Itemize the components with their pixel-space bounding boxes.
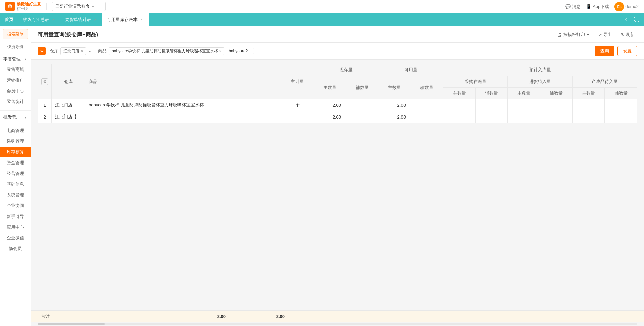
message-btn[interactable]: 💬 消息 bbox=[565, 4, 581, 10]
app-download-label: App下载 bbox=[593, 4, 609, 10]
sidebar-item-ecommerce[interactable]: 电商管理 bbox=[0, 125, 31, 136]
sidebar-section-retail: 零售管理 ▲ 零售商城 营销推广 会员中心 零售统计 bbox=[0, 52, 31, 109]
app-download-btn[interactable]: 📱 App下载 bbox=[586, 4, 609, 10]
sidebar-item-retail-stats[interactable]: 零售统计 bbox=[0, 96, 31, 107]
filter-area: » 仓库 江北门店 × ··· 商品 babycare学饮杯 儿童防摔防撞吸管杯… bbox=[31, 43, 644, 60]
cell-pt-main-1 bbox=[443, 111, 475, 123]
tab-available-stock-close[interactable]: × bbox=[140, 18, 144, 22]
th-warehouse: 仓库 bbox=[52, 64, 85, 99]
sidebar-item-inventory[interactable]: 库存核算 bbox=[0, 147, 31, 157]
sidebar-item-retail-shop[interactable]: 零售商城 bbox=[0, 64, 31, 75]
sidebar-item-purchase[interactable]: 采购管理 bbox=[0, 136, 31, 147]
content-area: 可用量查询(按仓库+商品) 🖨 按模板打印 ▼ ↗ 导出 ↻ 刷新 » bbox=[31, 26, 644, 326]
filter-expand-btn[interactable]: » bbox=[38, 47, 46, 55]
tab-receive-send-close[interactable]: × bbox=[51, 18, 55, 22]
warehouse-tag-1-text: 江北门店 bbox=[63, 48, 79, 54]
cell-avail-aux-1 bbox=[411, 111, 443, 123]
scrollbar-thumb[interactable] bbox=[38, 323, 105, 325]
tab-receive-send[interactable]: 收发存汇总表 × bbox=[18, 13, 60, 26]
refresh-label: 刷新 bbox=[626, 32, 635, 38]
th-product: 商品 bbox=[85, 64, 281, 99]
cell-pt-main-0 bbox=[443, 99, 475, 111]
cell-cur-aux-0 bbox=[346, 99, 378, 111]
sidebar-item-operations[interactable]: 经营管理 bbox=[0, 168, 31, 179]
product-tag-1-close[interactable]: × bbox=[219, 49, 221, 53]
th-avail-main: 主数量 bbox=[378, 76, 411, 99]
cell-pp-main-0 bbox=[508, 99, 540, 111]
th-current-stock: 现存量 bbox=[314, 64, 378, 76]
svg-text:好: 好 bbox=[8, 5, 12, 8]
sidebar-item-basics[interactable]: 基础信息 bbox=[0, 179, 31, 190]
avatar-initials: Ea bbox=[617, 5, 622, 9]
sidebar-retail-header[interactable]: 零售管理 ▲ bbox=[0, 54, 31, 64]
cell-unit-1 bbox=[281, 111, 314, 123]
filter-action-buttons: 查询 设置 bbox=[595, 46, 637, 56]
th-planned-inbound: 预计入库量 bbox=[443, 64, 637, 76]
cell-prod-main-1 bbox=[572, 111, 604, 123]
warehouse-tag-1-close[interactable]: × bbox=[81, 49, 83, 53]
search-menu-btn[interactable]: 搜索菜单 bbox=[3, 29, 28, 39]
query-btn[interactable]: 查询 bbox=[595, 46, 614, 56]
sidebar-wholesale-header[interactable]: 批发管理 ▼ bbox=[0, 112, 31, 122]
cell-warehouse-1: 江北门店【... bbox=[52, 111, 85, 123]
table-container: ⚙ 仓库 商品 主计量 现存量 可用量 预计入库量 主数量 辅数量 主数量 辅数… bbox=[31, 60, 644, 310]
tab-bar: 首页 收发存汇总表 × 要货单统计表 × 可用量库存账本 × × ⛶ bbox=[0, 13, 644, 26]
sidebar-item-finance[interactable]: 资金管理 bbox=[0, 157, 31, 168]
export-btn[interactable]: ↗ 导出 bbox=[596, 30, 615, 39]
cell-prod-main-0 bbox=[572, 99, 604, 111]
app-icon: 📱 bbox=[586, 4, 591, 9]
company-select[interactable]: 母婴行业演示账套 ▼ bbox=[52, 2, 106, 11]
product-tag-1-text: babycare学饮杯 儿童防摔防撞吸管杯重力球吸嘴杯宝宝水杯 bbox=[112, 48, 218, 54]
tab-order-stats-close[interactable]: × bbox=[93, 18, 97, 22]
sidebar-item-appcenter[interactable]: 应用中心 bbox=[0, 222, 31, 233]
th-purchase-transit-main: 主数量 bbox=[443, 88, 475, 99]
sidebar-item-enterprise[interactable]: 企业协同 bbox=[0, 200, 31, 211]
top-bar-left: 好 畅捷通好生意 标准版 母婴行业演示账套 ▼ bbox=[5, 2, 106, 11]
cell-product-0: babycare学饮杯 儿童防摔防撞吸管杯重力球吸嘴杯宝宝水杯 bbox=[85, 99, 281, 111]
warehouse-more[interactable]: ··· bbox=[87, 48, 94, 54]
sidebar: 搜索菜单 快捷导航 零售管理 ▲ 零售商城 营销推广 会员中心 零售统计 批发管… bbox=[0, 26, 31, 326]
th-purchase-pending-label: 进货待入量 bbox=[508, 76, 573, 88]
logo-subtext: 标准版 bbox=[17, 6, 41, 11]
table-footer: 合计 2.00 2.00 bbox=[31, 310, 644, 322]
cell-no-1: 2 bbox=[38, 111, 52, 123]
sidebar-item-wechat[interactable]: 企业微信 bbox=[0, 233, 31, 243]
sidebar-item-system[interactable]: 系统管理 bbox=[0, 190, 31, 200]
refresh-btn[interactable]: ↻ 刷新 bbox=[618, 30, 637, 39]
print-btn[interactable]: 🖨 按模板打印 ▼ bbox=[555, 30, 592, 39]
th-available: 可用量 bbox=[378, 64, 443, 76]
table-row: 2 江北门店【... 2.00 2.00 bbox=[38, 111, 637, 123]
cell-cur-main-1: 2.00 bbox=[314, 111, 346, 123]
sidebar-item-member[interactable]: 畅会员 bbox=[0, 243, 31, 254]
cell-product-1 bbox=[85, 111, 281, 123]
user-profile-btn[interactable]: Ea demo2 bbox=[614, 2, 639, 11]
table-body: 1 江北门店 babycare学饮杯 儿童防摔防撞吸管杯重力球吸嘴杯宝宝水杯 个… bbox=[38, 99, 637, 123]
cell-prod-aux-1 bbox=[605, 111, 637, 123]
th-avail-aux: 辅数量 bbox=[411, 76, 443, 99]
print-label: 按模板打印 bbox=[563, 32, 585, 38]
footer-label: 合计 bbox=[38, 313, 201, 319]
settings-btn[interactable]: 设置 bbox=[617, 46, 637, 56]
sidebar-item-newguide[interactable]: 新手引导 bbox=[0, 211, 31, 222]
tab-home[interactable]: 首页 bbox=[0, 13, 18, 26]
export-icon: ↗ bbox=[598, 32, 602, 37]
quick-nav-btn[interactable]: 快捷导航 bbox=[0, 42, 31, 52]
refresh-icon: ↻ bbox=[621, 32, 625, 37]
sidebar-item-marketing[interactable]: 营销推广 bbox=[0, 75, 31, 86]
company-name: 母婴行业演示账套 bbox=[55, 3, 90, 9]
th-current-aux: 辅数量 bbox=[346, 76, 378, 99]
tab-order-stats[interactable]: 要货单统计表 × bbox=[60, 13, 102, 26]
tab-available-stock-label: 可用量库存账本 bbox=[107, 17, 138, 23]
sidebar-item-members[interactable]: 会员中心 bbox=[0, 86, 31, 96]
tab-available-stock[interactable]: 可用量库存账本 × bbox=[102, 13, 149, 26]
cell-avail-aux-0 bbox=[411, 99, 443, 111]
sidebar-retail-arrow: ▲ bbox=[24, 57, 27, 61]
scrollbar-track[interactable] bbox=[38, 323, 637, 325]
tab-fullscreen-icon[interactable]: ⛶ bbox=[632, 16, 641, 24]
table-settings-icon[interactable]: ⚙ bbox=[41, 78, 48, 85]
logo-texts: 畅捷通好生意 标准版 bbox=[17, 2, 41, 11]
th-main-unit: 主计量 bbox=[281, 64, 314, 99]
tab-close-all-icon[interactable]: × bbox=[622, 16, 629, 24]
print-arrow: ▼ bbox=[586, 33, 590, 37]
sidebar-wholesale-arrow: ▼ bbox=[24, 115, 27, 119]
